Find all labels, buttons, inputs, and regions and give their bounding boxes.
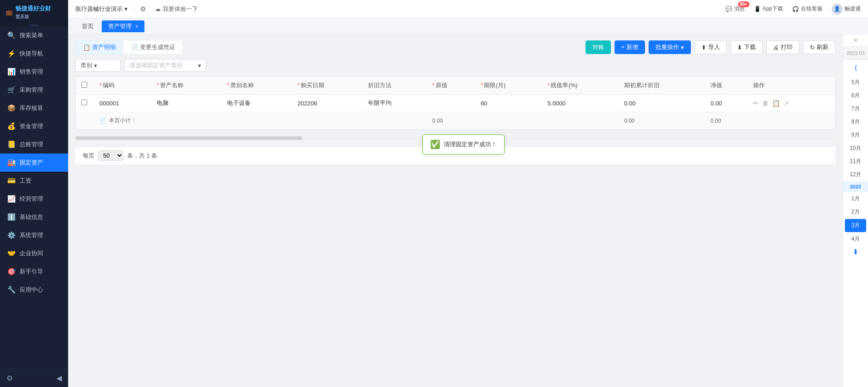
date-item-may[interactable]: 5月 xyxy=(843,76,868,89)
print-button[interactable]: 🖨 打印 xyxy=(766,40,799,54)
online-service-button[interactable]: 🎧 在线客服 xyxy=(792,5,823,13)
tab-home-label: 首页 xyxy=(82,22,94,30)
sidebar-item-operations[interactable]: 📈 经营管理 xyxy=(0,190,68,208)
sidebar-item-label: 新手引导 xyxy=(20,268,43,276)
print-label: 打印 xyxy=(781,43,793,51)
date-item-apr[interactable]: 4月 xyxy=(843,233,868,246)
sidebar-item-ledger[interactable]: 📒 总账管理 xyxy=(0,135,68,154)
inner-tab-change-voucher[interactable]: 📄 变更生成凭证 xyxy=(124,40,183,54)
right-panel: ✕ 2023.03 ⟨ 5月 6月 7月 8月 9月 10月 11月 12月 2… xyxy=(843,35,868,387)
category-value-dropdown-icon: ▾ xyxy=(198,62,201,69)
sidebar-item-purchase[interactable]: 🛒 采购管理 xyxy=(0,81,68,99)
inner-tab-asset-detail[interactable]: 📋 资产明细 xyxy=(76,40,124,54)
content-main: 📋 资产明细 📄 变更生成凭证 对账 + 新增 xyxy=(68,35,843,387)
tab-asset-label: 资产管理 xyxy=(108,22,132,30)
date-item-nov[interactable]: 11月 xyxy=(843,155,868,168)
sidebar-item-system[interactable]: ⚙️ 系统管理 xyxy=(0,226,68,244)
bulk-operation-label: 批量操作 xyxy=(655,43,679,51)
tab-home[interactable]: 首页 xyxy=(75,20,100,32)
th-actions: 操作 xyxy=(748,77,835,94)
logo-icon: 💼 xyxy=(5,9,13,16)
sidebar-item-label: 资金管理 xyxy=(20,122,43,130)
sidebar-logo: 💼 畅捷通好业财 普及版 xyxy=(0,0,68,25)
th-residual-rate: *残值率(%) xyxy=(542,77,619,94)
filter-row: 类别 ▾ 请选择固定资产类别 ▾ xyxy=(75,59,835,72)
category-dropdown-icon: ▾ xyxy=(94,62,97,69)
sidebar-item-label: 固定资产 xyxy=(20,159,43,167)
cell-original-value xyxy=(427,94,476,112)
refresh-icon: ↻ xyxy=(810,44,815,51)
per-page-select[interactable]: 50 100 xyxy=(98,150,124,161)
sidebar-item-fixed-assets[interactable]: 🏭 固定资产 xyxy=(0,154,68,172)
company-selector[interactable]: 医疗器械行业演示 ▾ xyxy=(75,5,128,13)
import-label: 导入 xyxy=(708,43,720,51)
main-area: 医疗器械行业演示 ▾ | ⚙ ☁ 我要体验一下 💬 消息 99+ 📱 App下载… xyxy=(68,0,868,387)
delete-icon[interactable]: 🗑 xyxy=(762,99,769,107)
sidebar-item-payroll[interactable]: 💳 工资 xyxy=(0,172,68,190)
cell-name: 电脑 xyxy=(151,94,222,112)
sidebar-item-apps[interactable]: 🔧 应用中心 xyxy=(0,281,68,299)
system-icon: ⚙️ xyxy=(7,231,16,239)
copy-icon[interactable]: 📋 xyxy=(772,99,780,107)
expand-icon[interactable]: ⟨ xyxy=(853,62,859,74)
sidebar-item-label: 系统管理 xyxy=(20,231,43,239)
reconcile-button[interactable]: 对账 xyxy=(585,40,611,54)
category-filter[interactable]: 类别 ▾ xyxy=(75,59,121,72)
select-all-checkbox[interactable] xyxy=(81,82,87,88)
print-icon: 🖨 xyxy=(773,44,779,51)
message-button[interactable]: 💬 消息 99+ xyxy=(725,5,745,13)
sidebar-item-guide[interactable]: 🎯 新手引导 xyxy=(0,263,68,281)
expand-down-icon[interactable]: ⬇ xyxy=(853,248,858,256)
date-item-sep[interactable]: 9月 xyxy=(843,129,868,142)
date-item-aug[interactable]: 8月 xyxy=(843,115,868,129)
category-value-filter[interactable]: 请选择固定资产类别 ▾ xyxy=(124,59,206,72)
date-item-jul[interactable]: 7月 xyxy=(843,102,868,115)
avatar: 👤 xyxy=(832,4,843,15)
subtotal-label: 📄 本页小计： xyxy=(94,112,362,129)
inner-tabs: 📋 资产明细 📄 变更生成凭证 xyxy=(75,40,183,55)
cell-initial-depreciation: 0.00 xyxy=(619,94,705,112)
app-name: 畅捷通好业财 xyxy=(15,5,51,13)
date-item-jan[interactable]: 1月 xyxy=(843,192,868,205)
edit-icon[interactable]: ✏ xyxy=(753,99,759,107)
bulk-operation-button[interactable]: 批量操作 ▾ xyxy=(649,40,691,54)
row-checkbox[interactable] xyxy=(81,99,87,105)
cell-net-value: 0.00 xyxy=(705,94,747,112)
new-button[interactable]: + 新增 xyxy=(615,40,645,54)
cell-period: 60 xyxy=(475,94,542,112)
sidebar-item-basic-info[interactable]: ℹ️ 基础信息 xyxy=(0,208,68,226)
sidebar-item-quicknav[interactable]: ⚡ 快捷导航 xyxy=(0,45,68,63)
date-item-mar-current[interactable]: 3月 xyxy=(845,219,866,232)
date-item-feb[interactable]: 2月 xyxy=(843,205,868,218)
settings-button[interactable]: ⚙ xyxy=(140,5,146,13)
import-button[interactable]: ⬆ 导入 xyxy=(694,40,727,54)
download-button[interactable]: ⬇ 下载 xyxy=(730,40,763,54)
sidebar-footer: ⚙ ◀ xyxy=(0,369,68,387)
sidebar-item-enterprise[interactable]: 🤝 企业协同 xyxy=(0,244,68,263)
sidebar-item-funds[interactable]: 💰 资金管理 xyxy=(0,117,68,135)
per-page-label: 每页 xyxy=(83,152,94,160)
tab-close-icon[interactable]: × xyxy=(135,24,138,29)
sidebar-item-search[interactable]: 🔍 搜索菜单 xyxy=(0,26,68,45)
settings-icon[interactable]: ⚙ xyxy=(6,374,13,382)
right-panel-close-button[interactable]: ✕ xyxy=(843,35,868,47)
date-item-dec[interactable]: 12月 xyxy=(843,168,868,181)
app-download-button[interactable]: 📱 App下载 xyxy=(754,5,783,13)
more-icon[interactable]: ↗ xyxy=(784,99,789,107)
tab-asset-management[interactable]: 资产管理 × xyxy=(102,20,144,32)
year-label-2023: 2023 xyxy=(843,181,868,192)
collapse-icon[interactable]: ◀ xyxy=(56,374,62,382)
sidebar-item-label: 应用中心 xyxy=(20,286,43,294)
content: 📋 资产明细 📄 变更生成凭证 对账 + 新增 xyxy=(68,35,868,387)
date-item-jun[interactable]: 6月 xyxy=(843,89,868,102)
toast-message: 清理固定资产成功！ xyxy=(444,140,497,149)
sidebar-item-label: 经营管理 xyxy=(20,195,43,203)
close-panel-icon: ✕ xyxy=(853,37,858,44)
experience-button[interactable]: ☁ 我要体验一下 xyxy=(155,5,198,13)
th-original-value: *原值 xyxy=(427,77,476,94)
date-item-oct[interactable]: 10月 xyxy=(843,142,868,155)
user-menu[interactable]: 👤 畅捷通 xyxy=(832,4,861,15)
sidebar-item-sales[interactable]: 📊 销售管理 xyxy=(0,63,68,81)
refresh-button[interactable]: ↻ 刷新 xyxy=(803,40,835,54)
sidebar-item-inventory[interactable]: 📦 库存核算 xyxy=(0,99,68,117)
